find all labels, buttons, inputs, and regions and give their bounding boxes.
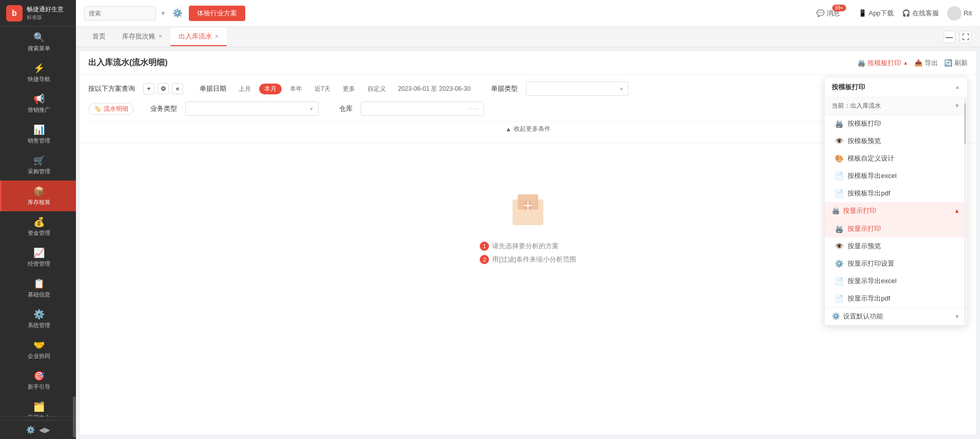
add-filter-btn[interactable]: + [143,83,154,94]
empty-illustration [502,184,554,235]
dropdown-item-template-print[interactable]: 🖨️ 按模板打印 [825,115,967,132]
type-select-box[interactable]: ▼ [526,82,629,96]
message-btn[interactable]: 💬 消息 99+ [816,9,840,18]
sidebar-item-search[interactable]: 🔍 搜索菜单 [0,27,76,57]
sidebar-label-marketing: 营销推广 [28,106,50,114]
tab-maximize-btn[interactable]: ⛶ [959,31,972,43]
industry-btn[interactable]: 体验行业方案 [189,6,245,21]
warehouse-more-icon[interactable]: ··· [469,104,479,113]
export-label: 导出 [925,58,938,68]
tab-home[interactable]: 首页 [84,28,114,46]
dropdown-item-display-pdf[interactable]: 📄 按显示导出pdf [825,290,967,307]
app-download-label: App下载 [869,9,894,18]
dropdown-item-template-pdf[interactable]: 📄 按模板导出pdf [825,185,967,202]
dropdown-current-label: 当前：出入库流水 [832,102,881,110]
sidebar-label-enterprise: 企业协同 [28,352,50,360]
dropdown-footer-btn[interactable]: ⚙️ 设置默认功能 ▼ [825,307,967,325]
warehouse-select-box[interactable]: ··· [361,102,484,116]
display-section-icon: 🖨️ [832,207,840,214]
dropdown-display-pdf-label: 按显示导出pdf [848,294,890,303]
step-num-2: 2 [480,255,489,264]
sidebar-item-enterprise[interactable]: 🤝 企业协同 [0,334,76,365]
sidebar-item-appcenter[interactable]: 🗂️ 应用中心 [0,396,76,416]
sidebar-item-inventory[interactable]: 📦 库存核算 [0,181,76,211]
date-tab-more[interactable]: 更多 [339,84,359,94]
dropdown-current: 当前：出入库流水 ▼ [825,97,967,115]
sidebar-item-operation[interactable]: 📈 经营管理 [0,242,76,273]
tab-minimize-btn[interactable]: — [943,31,955,43]
dropdown-template-pdf-label: 按模板导出pdf [848,189,890,198]
dropdown-item-template-custom[interactable]: 🎨 模板自定义设计 [825,150,967,167]
topbar-search-area: ▼ [84,6,166,21]
dropdown-template-custom-label: 模板自定义设计 [848,154,894,163]
filter-action-btns: + ⚙ « [143,83,183,94]
logo-subtitle: 标准版 [27,14,64,21]
sidebar-label-guide: 新手引导 [28,383,50,391]
sidebar: b 畅捷通好生意 标准版 🔍 搜索菜单 ⚡ 快捷导航 📢 营销推广 📊 [0,0,76,439]
dropdown-template-preview-label: 按模板预览 [848,136,881,146]
dpreview-icon: 👁️ [835,242,844,250]
content-area: 首页 库存批次账 × 出入库流水 × — ⛶ [76,27,980,439]
dropdown-item-display-print[interactable]: 🖨️ 按显示打印 [825,220,967,237]
date-tabs: 上月 本月 本年 近7天 更多 自定义 2023-06-01 至 2023-06… [234,84,471,94]
dropdown-up-icon: ▲ [955,84,960,90]
date-tab-thismonth[interactable]: 本月 [259,84,282,94]
dropdown-item-display-preview[interactable]: 👁️ 按显示预览 [825,237,967,255]
dropdown-current-chevron: ▼ [954,103,960,109]
tab-batch-close[interactable]: × [159,33,162,40]
biz-chevron: ▼ [309,106,314,112]
sidebar-item-shortcut[interactable]: ⚡ 快捷导航 [0,57,76,88]
sidebar-item-purchase[interactable]: 🛒 采购管理 [0,150,76,181]
refresh-btn[interactable]: 🔄 刷新 [944,58,968,68]
sidebar-item-finance[interactable]: 💰 资金管理 [0,211,76,242]
dropdown-item-template-excel[interactable]: 📄 按模板导出excel [825,167,967,185]
service-icon: 🎧 [902,9,910,17]
warehouse-label: 仓库 [339,104,352,113]
logo-icon: b [6,5,23,22]
display-section-header[interactable]: 🖨️ 按显示打印 ▲ [825,202,967,220]
gear-icon[interactable]: ⚙️ [172,8,183,18]
search-dropdown-icon[interactable]: ▼ [160,10,166,17]
dropdown-item-display-settings[interactable]: ⚙️ 按显示打印设置 [825,255,967,272]
date-tab-thisyear[interactable]: 本年 [286,84,306,94]
page-header: 出入库流水(流水明细) 🖨️ 按模板打印 ▲ 📤 导出 [80,51,976,75]
date-tab-custom[interactable]: 自定义 [363,84,390,94]
dropdown-item-template-preview[interactable]: 👁️ 按模板预览 [825,132,967,150]
settings-footer-icon[interactable]: ⚙️ [26,426,35,434]
sidebar-item-guide[interactable]: 🎯 新手引导 [0,365,76,396]
search-input[interactable] [84,6,156,21]
enterprise-icon: 🤝 [33,340,45,351]
sidebar-logo: b 畅捷通好生意 标准版 [0,0,76,27]
print-dropdown-btn[interactable]: 🖨️ 按模板打印 ▲ [857,58,908,68]
sidebar-item-basic[interactable]: 📋 基础信息 [0,273,76,304]
settings-filter-btn[interactable]: ⚙ [158,83,169,94]
collapse-filter-btn[interactable]: « [172,83,183,94]
filter-tag-label: 流水明细 [104,105,128,113]
date-tab-lastmonth[interactable]: 上月 [234,84,255,94]
footer-chevron: ▼ [954,313,960,320]
app-download-btn[interactable]: 📱 App下载 [858,9,894,18]
message-icon: 💬 [816,9,825,17]
export-btn[interactable]: 📤 导出 [914,58,938,68]
tab-batch[interactable]: 库存批次账 × [114,28,170,46]
collapse-sidebar-icon[interactable]: ◀▶ [39,426,50,434]
user-avatar-btn[interactable]: Rit [947,6,972,21]
sidebar-item-sales[interactable]: 📊 销售管理 [0,119,76,150]
tab-flow[interactable]: 出入库流水 × [170,28,227,46]
tab-flow-close[interactable]: × [215,33,219,40]
sidebar-item-marketing[interactable]: 📢 营销推广 [0,88,76,119]
tabs-bar: 首页 库存批次账 × 出入库流水 × — ⛶ [76,27,980,47]
sidebar-item-system[interactable]: ⚙️ 系统管理 [0,304,76,334]
sidebar-label-basic: 基础信息 [28,291,50,298]
sidebar-label-inventory: 库存核算 [28,198,50,206]
date-tab-7days[interactable]: 近7天 [310,84,335,94]
tabs-actions: — ⛶ [943,31,972,43]
dropdown-display-settings-label: 按显示打印设置 [848,259,894,268]
sidebar-label-finance: 资金管理 [28,229,50,237]
username-label: Rit [964,9,972,17]
dropdown-scrollbar[interactable] [964,98,966,324]
search-icon: 🔍 [33,32,45,43]
online-service-btn[interactable]: 🎧 在线客服 [902,9,939,18]
dropdown-item-display-excel[interactable]: 📄 按显示导出excel [825,272,967,290]
biz-select-box[interactable]: ▼ [185,102,319,116]
